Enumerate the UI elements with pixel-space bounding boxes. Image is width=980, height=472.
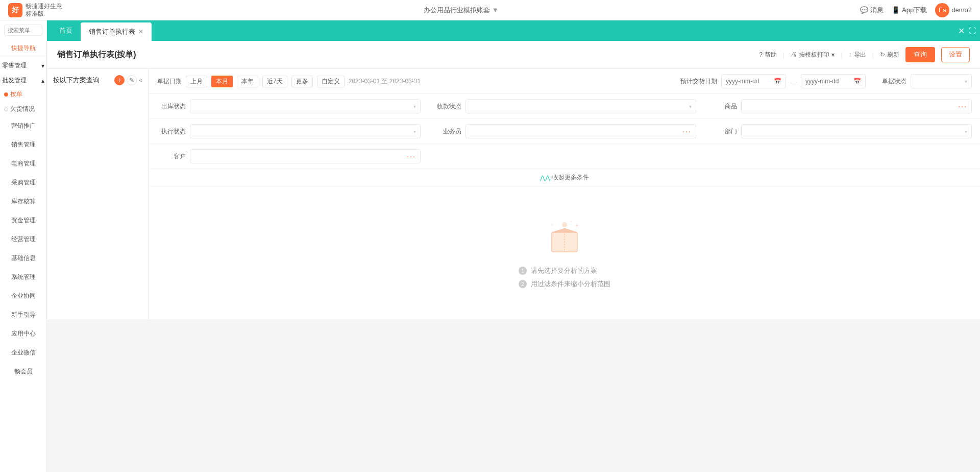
- help-label: 帮助: [765, 51, 777, 59]
- orange-dot-icon: [4, 92, 8, 97]
- date-btn-7days[interactable]: 近7天: [262, 76, 287, 87]
- header-left: 好 畅捷通好生意 标准版: [8, 3, 62, 17]
- calendar-end-icon[interactable]: 📅: [853, 78, 861, 85]
- sidebar-item-wechat[interactable]: 企业微信: [0, 343, 46, 362]
- salesman-filter: 业务员 ···: [433, 124, 696, 138]
- dept-arrow: ▾: [965, 129, 967, 134]
- main-layout: 快捷导航 零售管理 ▾ 批发管理 ▴ 按单 欠货情况 营销推广 销售管理 电商管…: [0, 20, 980, 472]
- salesman-field[interactable]: ···: [465, 124, 696, 138]
- date-filter-row: 单据日期 上月 本月 本年 近7天 更多 自定义 2023-03-01 至 20…: [149, 69, 980, 94]
- divider-3: |: [872, 51, 874, 59]
- fold-button[interactable]: «: [139, 77, 142, 84]
- expected-date-start-field[interactable]: 📅: [721, 74, 786, 88]
- empty-tip-2: 2 用过滤条件来缩小分析范围: [519, 279, 610, 289]
- chevron-up-icon: ▴: [41, 77, 44, 84]
- exec-status-label: 执行状态: [157, 127, 186, 136]
- sidebar-item-operation[interactable]: 经营管理: [0, 230, 46, 249]
- breadcrumb-arrow-icon[interactable]: ▼: [492, 6, 499, 14]
- exec-status-dropdown[interactable]: ▾: [190, 124, 421, 138]
- customer-field[interactable]: ···: [190, 149, 421, 163]
- sub-item-press-order[interactable]: 按单: [0, 87, 46, 102]
- edit-scheme-button[interactable]: ✎: [127, 75, 137, 85]
- sidebar-item-ecommerce[interactable]: 电商管理: [0, 154, 46, 173]
- expected-date-area: 预计交货日期 📅 — 📅: [680, 74, 866, 88]
- sidebar-item-label-enterprise: 企业协同: [11, 292, 36, 300]
- expected-date-end-field[interactable]: 📅: [801, 74, 866, 88]
- sidebar-item-label-wechat: 企业微信: [11, 348, 36, 357]
- dept-dropdown[interactable]: ▾: [741, 124, 972, 138]
- sidebar-item-basic[interactable]: 基础信息: [0, 249, 46, 268]
- expected-date-start-input[interactable]: [726, 78, 772, 85]
- sidebar-item-appstore[interactable]: 应用中心: [0, 324, 46, 343]
- date-filter-area: 单据日期 上月 本月 本年 近7天 更多 自定义 2023-03-01 至 20…: [157, 76, 421, 87]
- date-btn-custom[interactable]: 自定义: [317, 76, 345, 87]
- empty-state: ✦ ✦ ✦ 1 请先选择要分析的方案: [149, 186, 980, 319]
- add-icon: +: [118, 77, 121, 84]
- message-action[interactable]: 💬 消息: [860, 6, 884, 15]
- goods-filter: 商品 ···: [708, 99, 972, 113]
- sidebar-item-label-marketing: 营销推广: [11, 122, 36, 130]
- sidebar-item-label-operation: 经营管理: [11, 235, 36, 244]
- add-scheme-button[interactable]: +: [114, 75, 125, 85]
- tab-sales-exec[interactable]: 销售订单执行表 ✕: [81, 22, 152, 41]
- tip-num-1: 1: [519, 267, 527, 275]
- export-button[interactable]: ↑ 导出: [849, 51, 866, 59]
- goods-field[interactable]: ···: [741, 99, 972, 113]
- date-btn-more[interactable]: 更多: [291, 76, 313, 87]
- sidebar-item-guide[interactable]: 新手引导: [0, 305, 46, 324]
- tip-text-1: 请先选择要分析的方案: [531, 266, 597, 275]
- settings-button[interactable]: 设置: [941, 47, 970, 62]
- date-btn-last-month[interactable]: 上月: [186, 76, 207, 87]
- date-btn-this-year[interactable]: 本年: [237, 76, 258, 87]
- sidebar-item-marketing[interactable]: 营销推广: [0, 116, 46, 135]
- search-input[interactable]: [4, 25, 42, 36]
- breadcrumb-text: 办公用品行业模拟账套: [424, 6, 490, 15]
- sidebar-item-purchase[interactable]: 采购管理: [0, 173, 46, 192]
- sidebar-item-label-guide: 新手引导: [11, 311, 36, 319]
- refresh-button[interactable]: ↻ 刷新: [880, 51, 899, 59]
- out-status-label: 出库状态: [157, 102, 186, 111]
- expected-date-end-input[interactable]: [805, 78, 851, 85]
- logo-text: 畅捷通好生意 标准版: [26, 3, 62, 17]
- tab-close-icon[interactable]: ✕: [138, 28, 143, 35]
- page-header-actions: ? 帮助 | 🖨 按模板打印 ▾ | ↑ 导出 |: [759, 47, 970, 62]
- tab-bar: 首页 销售订单执行表 ✕ ✕ ⛶: [47, 20, 980, 41]
- tab-maximize-icon[interactable]: ⛶: [969, 27, 976, 35]
- collapse-button[interactable]: ⋀⋀ 收起更多条件: [540, 173, 589, 182]
- sub-item-label-debt: 欠货情况: [10, 105, 35, 113]
- logo-area: 好 畅捷通好生意 标准版: [8, 3, 62, 17]
- sidebar-item-finance[interactable]: 资金管理: [0, 211, 46, 230]
- tab-close-window-icon[interactable]: ✕: [958, 26, 965, 36]
- sidebar-item-enterprise[interactable]: 企业协同: [0, 287, 46, 305]
- sidebar-item-system[interactable]: 系统管理: [0, 268, 46, 287]
- sub-item-debt[interactable]: 欠货情况: [0, 102, 46, 116]
- pay-status-arrow: ▾: [689, 104, 692, 109]
- query-button[interactable]: 查询: [905, 47, 935, 62]
- sidebar-item-member[interactable]: 畅会员: [0, 362, 46, 381]
- date-btn-this-month[interactable]: 本月: [211, 76, 233, 87]
- print-dropdown-icon[interactable]: ▾: [831, 51, 835, 58]
- collapse-up-icon: ⋀⋀: [540, 174, 550, 181]
- svg-point-5: [562, 222, 567, 227]
- sidebar-item-inventory[interactable]: 库存核算: [0, 192, 46, 211]
- quick-nav-label[interactable]: 快捷导航: [0, 40, 46, 55]
- exec-status-filter: 执行状态 ▾: [157, 124, 421, 138]
- sidebar-item-sales[interactable]: 销售管理: [0, 135, 46, 154]
- tab-home[interactable]: 首页: [51, 20, 81, 41]
- user-profile[interactable]: Ea demo2: [935, 3, 972, 17]
- out-status-dropdown[interactable]: ▾: [190, 99, 421, 113]
- status-label: 单据状态: [882, 77, 906, 86]
- left-panel: 按以下方案查询 + ✎ «: [47, 69, 149, 319]
- sidebar-item-label-basic: 基础信息: [11, 254, 36, 263]
- print-button[interactable]: 🖨 按模板打印 ▾: [791, 51, 835, 59]
- pay-status-dropdown[interactable]: ▾: [465, 99, 696, 113]
- sidebar-item-wholesale[interactable]: 批发管理 ▴: [0, 72, 46, 87]
- calendar-start-icon[interactable]: 📅: [774, 78, 781, 85]
- divider-1: |: [783, 51, 785, 59]
- help-button[interactable]: ? 帮助: [759, 51, 777, 59]
- pay-status-label: 收款状态: [433, 102, 461, 111]
- app-download-action[interactable]: 📱 App下载: [892, 6, 927, 15]
- sidebar-item-retail[interactable]: 零售管理 ▾: [0, 57, 46, 72]
- status-dropdown[interactable]: ▾: [911, 74, 972, 88]
- divider-2: |: [841, 51, 842, 59]
